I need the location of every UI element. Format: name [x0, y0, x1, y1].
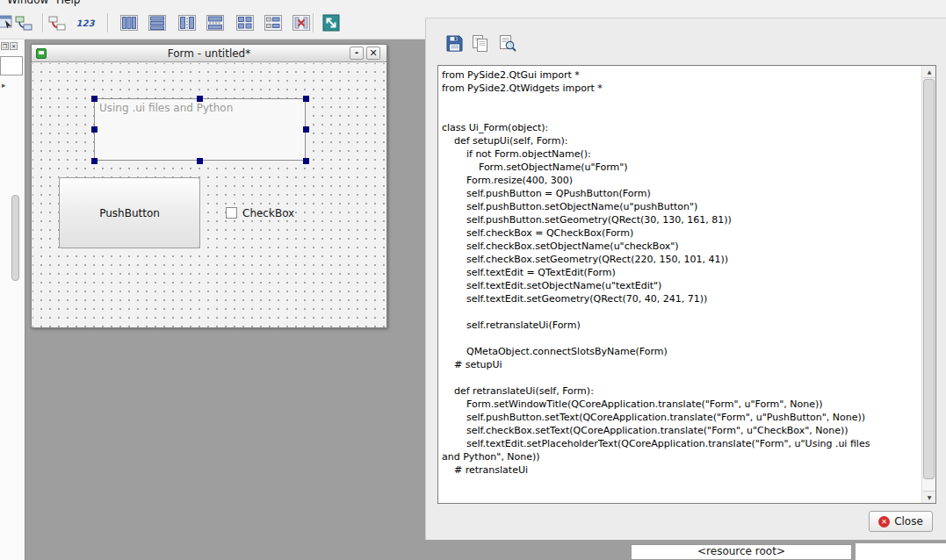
toolbar-separator — [42, 13, 43, 32]
textedit-widget[interactable]: Using .ui files and Python — [94, 98, 306, 161]
checkbox-indicator[interactable] — [226, 207, 237, 219]
selection-handle[interactable] — [197, 158, 203, 164]
widget-filter-input[interactable] — [0, 56, 23, 75]
layout-splitter-horizontal-icon[interactable] — [176, 11, 199, 34]
selection-handle[interactable] — [197, 96, 203, 102]
form-window-title: Form - untitled* — [168, 47, 250, 60]
tab-order-glyph: 123 — [76, 18, 95, 28]
edit-tab-order-icon[interactable]: 123 — [74, 11, 97, 34]
edit-buddies-icon[interactable] — [46, 11, 69, 34]
resource-root-item[interactable]: <resource root> — [631, 544, 852, 560]
checkbox-label: CheckBox — [242, 207, 294, 219]
scroll-down-icon[interactable]: ▼ — [923, 491, 935, 503]
code-text[interactable]: from PySide2.QtGui import * from PySide2… — [442, 68, 920, 500]
form-window-titlebar[interactable]: Form - untitled* - ✕ — [32, 45, 386, 62]
selection-handle[interactable] — [303, 158, 309, 164]
dialog-close-button[interactable]: ✕ Close — [869, 511, 933, 532]
layout-form-icon[interactable] — [262, 11, 285, 34]
toolbar-separator — [313, 13, 314, 32]
save-icon[interactable] — [442, 32, 466, 54]
code-scrollbar[interactable]: ▲ ▼ — [921, 66, 935, 503]
layout-grid-icon[interactable] — [234, 11, 256, 34]
menu-help[interactable]: Help — [56, 0, 80, 6]
close-button-label: Close — [894, 515, 923, 528]
scrollbar-thumb[interactable] — [923, 79, 935, 479]
widget-box-scrollbar-thumb[interactable] — [11, 195, 19, 281]
selection-handle[interactable] — [91, 126, 97, 133]
scroll-up-icon[interactable]: ▲ — [923, 66, 935, 78]
minimize-button[interactable]: - — [350, 47, 364, 60]
textedit-placeholder: Using .ui files and Python — [99, 102, 233, 114]
pushbutton-widget[interactable]: PushButton — [59, 177, 200, 248]
widget-box-dock: ❐ ✕ ▸ — [0, 39, 25, 560]
print-preview-icon[interactable] — [495, 32, 520, 54]
dock-close-icon[interactable]: ✕ — [10, 42, 18, 50]
form-canvas[interactable]: Using .ui files and Python PushButton Ch… — [32, 63, 386, 327]
menu-window[interactable]: Window — [7, 0, 48, 6]
toolbar-separator — [107, 13, 108, 32]
selection-handle[interactable] — [91, 158, 97, 164]
break-layout-icon[interactable] — [290, 11, 313, 34]
dock-float-icon[interactable]: ❐ — [1, 42, 9, 50]
code-view[interactable]: from PySide2.QtGui import * from PySide2… — [437, 65, 936, 504]
checkbox-widget[interactable]: CheckBox — [226, 195, 314, 231]
selection-handle[interactable] — [303, 96, 309, 102]
menubar: Window Help — [0, 0, 946, 7]
edit-signals-slots-icon[interactable] — [12, 11, 35, 34]
layout-splitter-vertical-icon[interactable] — [204, 11, 227, 34]
adjust-size-icon[interactable] — [320, 11, 343, 34]
close-circle-icon: ✕ — [878, 516, 890, 528]
close-button[interactable]: ✕ — [366, 47, 380, 60]
qt-designer-app: Window Help 123 — [0, 0, 946, 560]
form-designer-window: Form - untitled* - ✕ Using .ui files and… — [31, 44, 387, 328]
layout-vertical-icon[interactable] — [146, 11, 169, 34]
resource-panel-fragment — [856, 543, 946, 560]
copy-icon[interactable] — [467, 32, 492, 54]
form-file-icon — [36, 48, 47, 59]
tree-expander-icon[interactable]: ▸ — [2, 81, 6, 90]
layout-horizontal-icon[interactable] — [118, 11, 141, 34]
selection-handle[interactable] — [303, 126, 309, 133]
selection-handle[interactable] — [91, 96, 97, 102]
code-preview-dialog: from PySide2.QtGui import * from PySide2… — [425, 18, 946, 540]
